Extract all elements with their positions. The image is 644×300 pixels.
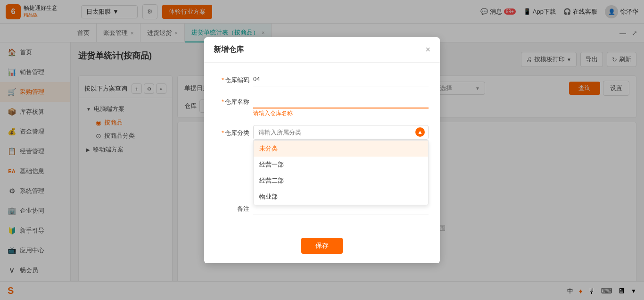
category-input-wrap: ▲ 未分类 经营一部 经营二部 物业部 — [253, 125, 429, 140]
name-error-msg: 请输入仓库名称 — [253, 109, 429, 117]
modal-header: 新增仓库 × — [204, 37, 440, 63]
name-input-wrap: 请输入仓库名称 — [253, 94, 429, 117]
category-dropdown-list: 未分类 经营一部 经营二部 物业部 — [253, 140, 429, 205]
name-input[interactable] — [253, 94, 429, 108]
remark-label: 备注 — [215, 201, 253, 213]
modal-title: 新增仓库 — [214, 45, 244, 55]
modal-footer: 保存 — [204, 232, 440, 263]
category-input[interactable] — [253, 125, 429, 140]
modal-overlay: 新增仓库 × 仓库编码 仓库名称 请输入仓库名称 仓库分类 — [0, 0, 644, 300]
add-warehouse-modal: 新增仓库 × 仓库编码 仓库名称 请输入仓库名称 仓库分类 — [204, 37, 440, 263]
modal-body: 仓库编码 仓库名称 请输入仓库名称 仓库分类 ▲ — [204, 63, 440, 232]
dropdown-item-uncategorized[interactable]: 未分类 — [254, 141, 428, 157]
code-input[interactable] — [253, 72, 429, 86]
name-label: 仓库名称 — [215, 94, 253, 106]
form-item-category: 仓库分类 ▲ 未分类 经营一部 经营二部 物业部 — [215, 125, 429, 140]
code-input-wrap — [253, 72, 429, 86]
dropdown-item-dept1[interactable]: 经营一部 — [254, 157, 428, 173]
dropdown-item-dept3[interactable]: 物业部 — [254, 189, 428, 205]
save-button[interactable]: 保存 — [301, 238, 343, 254]
dropdown-item-dept2[interactable]: 经营二部 — [254, 173, 428, 189]
code-label: 仓库编码 — [215, 72, 253, 84]
form-item-code: 仓库编码 — [215, 72, 429, 86]
form-item-name: 仓库名称 请输入仓库名称 — [215, 94, 429, 117]
category-label: 仓库分类 — [215, 125, 253, 137]
category-dropdown-arrow[interactable]: ▲ — [415, 127, 425, 137]
modal-close-btn[interactable]: × — [425, 45, 430, 55]
